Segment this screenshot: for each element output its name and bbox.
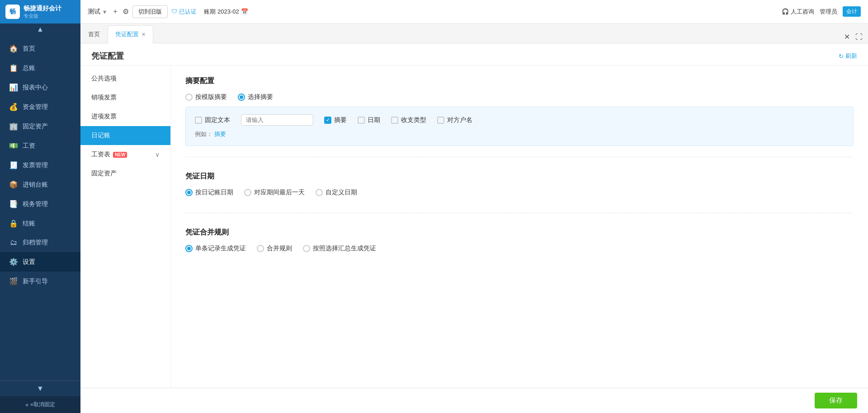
headset-icon: 🎧: [782, 8, 789, 15]
sidebar-item-label: 新手引导: [23, 277, 48, 286]
tabbar-right: ✕ ⛶: [842, 31, 868, 43]
settings-icon: ⚙️: [9, 258, 18, 266]
bottom-bar: 保存: [80, 388, 868, 413]
sidebar-item-tax[interactable]: 📑 税务管理: [0, 194, 80, 214]
sidebar-item-label: 发票管理: [23, 161, 48, 169]
checkbox-counterpart-box: [437, 117, 444, 124]
guide-icon: 🎬: [9, 277, 18, 286]
cancel-fixed-button[interactable]: « «取消固定: [0, 396, 80, 413]
radio-merge-rule-circle: [257, 245, 264, 252]
topbar: 测试 ▾ ＋ ⚙ 切到旧版 🛡 已认证 账期 2023-02 📅 🎧 人工咨询 …: [80, 0, 868, 23]
summary-checkbox-label: 摘要: [334, 116, 347, 124]
checkbox-summary-box: ✓: [324, 117, 331, 124]
switch-version-button[interactable]: 切到旧版: [132, 5, 168, 18]
tab-voucher-config[interactable]: 凭证配置 ✕: [108, 25, 153, 43]
example-value: 摘要: [214, 131, 226, 137]
close-tab-icon[interactable]: ✕: [842, 31, 852, 43]
payroll-table-label: 工资表: [91, 150, 110, 159]
sidebar-item-guide[interactable]: 🎬 新手引导: [0, 272, 80, 291]
closing-icon: 🔒: [9, 219, 18, 228]
sidebar-item-ledger[interactable]: 📋 总账: [0, 58, 80, 78]
refresh-icon: ↻: [839, 53, 844, 60]
radio-period-last[interactable]: 对应期间最后一天: [244, 188, 305, 197]
left-nav-journal[interactable]: 日记账: [80, 126, 170, 145]
date-checkbox-label: 日期: [368, 116, 380, 124]
fixed-text-input[interactable]: [241, 114, 313, 126]
sidebar-item-label: 总账: [23, 64, 35, 72]
sidebar-item-invoice[interactable]: 🧾 发票管理: [0, 155, 80, 175]
refresh-button[interactable]: ↻ 刷新: [839, 52, 857, 60]
radio-custom-date[interactable]: 自定义日期: [316, 188, 357, 197]
sidebar-item-archive[interactable]: 🗂 归档管理: [0, 233, 80, 252]
left-nav-sales-invoice[interactable]: 销项发票: [80, 88, 170, 107]
role-badge[interactable]: 会计: [843, 6, 861, 17]
radio-single-record[interactable]: 单条记录生成凭证: [185, 244, 246, 253]
topbar-project: 测试 ▾: [88, 8, 106, 16]
sidebar-scroll-up[interactable]: ▲: [0, 23, 80, 35]
gear-icon[interactable]: ⚙: [123, 7, 129, 16]
sidebar-item-closing[interactable]: 🔒 结账: [0, 214, 80, 233]
radio-select-circle: [238, 94, 245, 101]
tabbar: 首页 凭证配置 ✕ ✕ ⛶: [80, 23, 868, 43]
sidebar-scroll-down[interactable]: ▼: [0, 380, 80, 396]
sidebar-item-home[interactable]: 🏠 首页: [0, 39, 80, 58]
checkbox-date[interactable]: 日期: [358, 116, 380, 124]
logo-icon: 畅: [5, 5, 20, 19]
sidebar: 畅 畅捷通好会计 专业版 ▲ 🏠 首页 📋 总账 📊 报表中心 💰 资金管理 🏢…: [0, 0, 80, 413]
sidebar-item-label: 税务管理: [23, 200, 48, 208]
expand-icon[interactable]: ⛶: [854, 31, 864, 43]
finance-icon: 💰: [9, 103, 18, 111]
archive-icon: 🗂: [9, 239, 18, 247]
cancel-fixed-label: «取消固定: [30, 401, 55, 408]
sidebar-item-label: 归档管理: [23, 239, 48, 247]
journal-date-label: 按日记账日期: [195, 188, 233, 197]
save-button[interactable]: 保存: [815, 393, 857, 408]
calendar-icon[interactable]: 📅: [241, 8, 248, 15]
sidebar-item-settings[interactable]: ⚙️ 设置: [0, 252, 80, 272]
radio-period-last-circle: [244, 189, 251, 196]
chevron-down-icon[interactable]: ▾: [103, 8, 106, 15]
merge-radio-group: 单条记录生成凭证 合并规则 按照选择汇总生成凭证: [185, 244, 854, 253]
radio-select-merge[interactable]: 按照选择汇总生成凭证: [303, 244, 376, 253]
tab-home-label: 首页: [88, 30, 100, 38]
tab-home[interactable]: 首页: [80, 25, 108, 43]
sidebar-item-reports[interactable]: 📊 报表中心: [0, 78, 80, 97]
assets-icon: 🏢: [9, 122, 18, 131]
left-nav-purchase-invoice[interactable]: 进项发票: [80, 107, 170, 126]
user-name[interactable]: 管理员: [820, 8, 837, 16]
merge-title: 凭证合并规则: [185, 228, 854, 237]
radio-merge-rule[interactable]: 合并规则: [257, 244, 292, 253]
left-nav: 公共选项 销项发票 进项发票 日记账 工资表 NEW ∨ 固定资产: [80, 66, 171, 413]
sidebar-item-label: 结账: [23, 220, 35, 228]
checkbox-fixed-text[interactable]: 固定文本: [195, 116, 230, 124]
left-nav-fixed-assets[interactable]: 固定资产: [80, 164, 170, 183]
sidebar-item-label: 报表中心: [23, 84, 48, 92]
income-type-label: 收支类型: [401, 116, 426, 124]
checkbox-counterpart[interactable]: 对方户名: [437, 116, 472, 124]
content-area: 凭证配置 ↻ 刷新 公共选项 销项发票 进项发票 日记账 工资表 NEW: [80, 43, 868, 413]
layout: 公共选项 销项发票 进项发票 日记账 工资表 NEW ∨ 固定资产: [80, 66, 868, 413]
counterpart-label: 对方户名: [447, 116, 472, 124]
summary-radio-group: 按模版摘要 选择摘要: [185, 93, 854, 101]
radio-journal-date[interactable]: 按日记账日期: [185, 188, 233, 197]
left-nav-public[interactable]: 公共选项: [80, 69, 170, 88]
checkbox-fixed-text-box: [195, 117, 202, 124]
sidebar-item-payroll[interactable]: 💵 工资: [0, 136, 80, 155]
shield-icon: 🛡: [171, 8, 177, 15]
checkbox-summary[interactable]: ✓ 摘要: [324, 116, 347, 124]
checkbox-income-type[interactable]: 收支类型: [391, 116, 426, 124]
radio-select-summary[interactable]: 选择摘要: [238, 93, 273, 101]
radio-select-label: 选择摘要: [248, 93, 273, 101]
sidebar-item-finance[interactable]: 💰 资金管理: [0, 97, 80, 117]
left-nav-payroll-table[interactable]: 工资表 NEW ∨: [80, 145, 170, 164]
verified-label: 已认证: [179, 8, 197, 16]
sidebar-item-assets[interactable]: 🏢 固定资产: [0, 117, 80, 136]
sidebar-item-sales[interactable]: 📦 进销台账: [0, 175, 80, 194]
tab-close-icon[interactable]: ✕: [142, 32, 146, 38]
page-title: 凭证配置: [91, 51, 124, 61]
radio-template-summary[interactable]: 按模版摘要: [185, 93, 227, 101]
add-icon[interactable]: ＋: [112, 7, 119, 16]
consult-button[interactable]: 🎧 人工咨询: [782, 8, 814, 16]
refresh-label: 刷新: [845, 52, 857, 60]
custom-date-label: 自定义日期: [326, 188, 357, 197]
